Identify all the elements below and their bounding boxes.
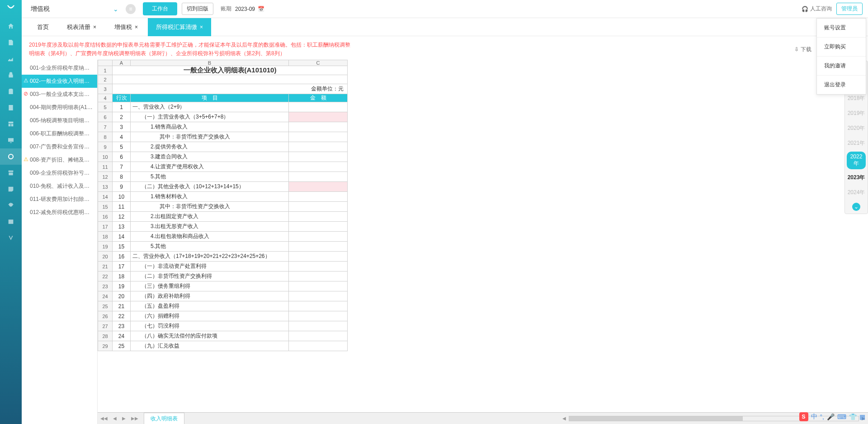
tree-item[interactable]: 007-广告费和业务宣传费跨... (22, 140, 97, 153)
tree-item[interactable]: ⚠002-一般企业收入明细表(A1... (22, 75, 97, 88)
sheet-nav-next[interactable]: ▶ (119, 416, 128, 421)
tab-close-icon[interactable]: × (135, 24, 138, 30)
nav-money[interactable] (0, 67, 22, 83)
title-dropdown-icon[interactable]: ⌄ (113, 5, 118, 13)
ime-keyboard-icon[interactable]: ⌨ (837, 413, 846, 420)
tab-首页[interactable]: 首页 (29, 18, 57, 36)
nav-chart[interactable] (0, 51, 22, 67)
form-tree: 001-企业所得税年度纳税申...⚠002-一般企业收入明细表(A1...⊘00… (22, 60, 98, 424)
tree-item[interactable]: 012-减免所得税优惠明细表(... (22, 206, 97, 219)
download-icon: ⇩ (794, 45, 799, 54)
ime-bar: S 中 °, 🎤 ⌨ 👕 ▦ (799, 412, 866, 421)
tab-所得税汇算清缴[interactable]: 所得税汇算清缴× (148, 18, 211, 36)
tree-item[interactable]: 011-研发费用加计扣除优惠... (22, 193, 97, 206)
nav-archive[interactable] (0, 165, 22, 181)
sheet-nav-prev[interactable]: ◀ (110, 416, 119, 421)
tab-close-icon[interactable]: × (200, 24, 203, 30)
nav-settings[interactable] (0, 197, 22, 214)
nav-v[interactable] (0, 230, 22, 246)
consult-button[interactable]: 🎧 人工咨询 (802, 5, 832, 13)
period-label: 账期 (221, 5, 231, 13)
ime-lang[interactable]: 中 (811, 413, 817, 421)
tree-item[interactable]: 009-企业所得税弥补亏损明... (22, 167, 97, 180)
user-menu-立即购买[interactable]: 立即购买 (817, 38, 866, 57)
year-2024年[interactable]: 2024年 (845, 185, 868, 200)
sheet-nav-first[interactable]: ◀◀ (98, 416, 110, 421)
sheet-tabs-bar: ◀◀ ◀ ▶ ▶▶ 收入明细表 ◀ ▶ (98, 412, 868, 424)
calendar-icon[interactable]: 📅 (258, 6, 264, 12)
warn-icon: ⚠ (24, 77, 28, 84)
sheet-nav-last[interactable]: ▶▶ (128, 416, 141, 421)
year-2019年[interactable]: 2019年 (845, 106, 868, 121)
tabs-bar: 首页税表清册×增值税×所得税汇算清缴× (22, 18, 868, 36)
warn-icon: ⚠ (24, 156, 28, 162)
nav-template[interactable] (0, 116, 22, 132)
tree-item[interactable]: 006-职工薪酬纳税调整明细... (22, 127, 97, 140)
user-dropdown-menu: 账号设置立即购买我的邀请退出登录 (816, 18, 866, 95)
nav-doc[interactable] (0, 34, 22, 51)
user-menu-我的邀请[interactable]: 我的邀请 (817, 57, 866, 76)
tab-close-icon[interactable]: × (93, 24, 96, 30)
headset-icon: 🎧 (802, 6, 808, 12)
ime-punct[interactable]: °, (820, 413, 825, 420)
tree-item[interactable]: 005-纳税调整项目明细表(A1... (22, 114, 97, 127)
nav-inbox[interactable] (0, 181, 22, 197)
left-sidebar (0, 0, 22, 424)
year-more-icon[interactable]: ⌄ (852, 203, 860, 211)
sheet-tab[interactable]: 收入明细表 (144, 413, 184, 424)
tab-增值税[interactable]: 增值税× (106, 18, 146, 36)
tab-税表清册[interactable]: 税表清册× (59, 18, 104, 36)
ime-mic-icon[interactable]: 🎤 (827, 413, 835, 420)
tree-item[interactable]: ⚠008-资产折旧、摊销及纳税... (22, 153, 97, 167)
admin-button[interactable]: 管理员 (836, 3, 863, 15)
year-2020年[interactable]: 2020年 (845, 121, 868, 136)
tree-item[interactable]: 001-企业所得税年度纳税申... (22, 62, 97, 75)
nav-video[interactable] (0, 214, 22, 230)
nav-home[interactable] (0, 18, 22, 34)
tree-item[interactable]: ⊘003-一般企业成本支出明细... (22, 88, 97, 101)
ime-shirt-icon[interactable]: 👕 (849, 413, 857, 420)
year-2022年[interactable]: 2022年 (847, 152, 866, 169)
user-menu-账号设置[interactable]: 账号设置 (817, 19, 866, 38)
toggle-icon[interactable]: ≡ (126, 4, 136, 14)
err-icon: ⊘ (24, 91, 28, 97)
nav-screen[interactable] (0, 132, 22, 148)
tree-item[interactable]: 010-免税、减计收入及加计... (22, 180, 97, 193)
notice-text: 2019年度涉及取以前年度结转数据的申报表单元格需要手工维护正确，才能保证本年及… (29, 41, 354, 58)
period-value[interactable]: 2023-09 (235, 6, 255, 12)
workbench-button[interactable]: 工作台 (143, 2, 177, 15)
topbar: 增值税 ⌄ ≡ 工作台 切到旧版 账期 2023-09 📅 🎧 人工咨询 管理员 (22, 0, 868, 18)
ime-grid-icon[interactable]: ▦ (859, 413, 865, 420)
download-button[interactable]: ⇩下载 (794, 41, 811, 58)
user-menu-退出登录[interactable]: 退出登录 (817, 76, 866, 94)
logo-icon (0, 0, 22, 18)
nav-tax[interactable] (0, 148, 22, 165)
nav-calc[interactable] (0, 100, 22, 116)
tree-item[interactable]: 004-期间费用明细表(A1040... (22, 101, 97, 114)
nav-clipboard[interactable] (0, 83, 22, 100)
spreadsheet[interactable]: ABC1一般企业收入明细表(A101010)23金额单位：元4行次项 目金 额5… (98, 60, 868, 412)
notice-bar: 2019年度涉及取以前年度结转数据的申报表单元格需要手工维护正确，才能保证本年及… (22, 36, 868, 60)
year-2023年[interactable]: 2023年 (845, 170, 868, 185)
old-version-button[interactable]: 切到旧版 (182, 3, 213, 15)
ime-badge[interactable]: S (799, 412, 808, 421)
year-2021年[interactable]: 2021年 (845, 136, 868, 151)
app-title: 增值税 (31, 5, 50, 13)
